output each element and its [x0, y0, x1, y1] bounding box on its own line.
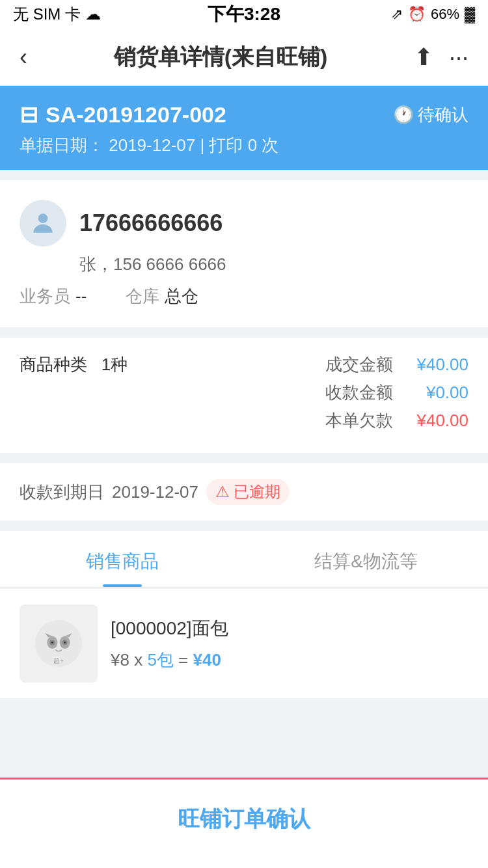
collected-amount-value: ¥0.00	[403, 383, 468, 403]
due-amount-label: 本单欠款	[325, 409, 393, 432]
location-icon: ⇗	[391, 6, 403, 23]
svg-point-0	[38, 213, 48, 223]
salesperson-label: 业务员	[20, 285, 70, 308]
due-date-section: 收款到期日 2019-12-07 ⚠ 已逾期	[0, 463, 488, 521]
order-date: 单据日期： 2019-12-07 | 打印 0 次	[20, 134, 468, 157]
print-info: | 打印 0 次	[200, 135, 278, 155]
salesperson-value: --	[75, 286, 87, 306]
due-amount-row: 本单欠款 ¥40.00	[325, 409, 468, 432]
overdue-badge: ⚠ 已逾期	[206, 479, 290, 505]
nav-bar: ‹ 销货单详情(来自旺铺) ⬆ ···	[0, 29, 488, 86]
collected-amount-label: 收款金额	[325, 381, 393, 404]
share-button[interactable]: ⬆	[414, 44, 433, 71]
order-icon: ⊟	[20, 102, 38, 128]
tab-settlement[interactable]: 结算&物流等	[244, 531, 488, 587]
tab-settlement-label: 结算&物流等	[314, 551, 418, 571]
product-image-icon: 超+	[33, 617, 85, 670]
transaction-amount-label: 成交金额	[325, 353, 393, 376]
due-date-value: 2019-12-07	[112, 482, 198, 502]
due-amount-value: ¥40.00	[403, 411, 468, 431]
nav-right-actions: ⬆ ···	[414, 44, 468, 71]
status-bar: 无 SIM 卡 ☁ 下午3:28 ⇗ ⏰ 66% ▓	[0, 0, 488, 29]
customer-row: 17666666666	[20, 200, 468, 247]
overdue-text: 已逾期	[234, 481, 280, 502]
salesperson-item: 业务员 --	[20, 285, 87, 308]
transaction-amount-value: ¥40.00	[403, 355, 468, 375]
amount-list: 成交金额 ¥40.00 收款金额 ¥0.00 本单欠款 ¥40.00	[325, 353, 468, 437]
tabs-bar: 销售商品 结算&物流等	[0, 531, 488, 588]
product-info: [0000002]面包 ¥8 x 5包 = ¥40	[111, 616, 468, 671]
order-status: 🕐 待确认	[393, 103, 468, 126]
order-id-text: SA-20191207-002	[46, 102, 226, 128]
tab-sales-goods[interactable]: 销售商品	[0, 531, 244, 587]
order-status-text: 待确认	[418, 103, 468, 126]
transaction-amount-row: 成交金额 ¥40.00	[325, 353, 468, 376]
customer-meta: 业务员 -- 仓库 总仓	[20, 285, 468, 308]
product-name: [0000002]面包	[111, 616, 468, 641]
confirm-order-button[interactable]: 旺铺订单确认	[20, 790, 468, 848]
order-id: ⊟ SA-20191207-002	[20, 102, 226, 128]
battery-icon: ▓	[465, 6, 475, 23]
due-date-label: 收款到期日	[20, 481, 104, 504]
warehouse-value: 总仓	[165, 285, 198, 308]
status-bar-right: ⇗ ⏰ 66% ▓	[391, 6, 475, 23]
bottom-bar: 旺铺订单确认	[0, 778, 488, 868]
svg-point-7	[64, 642, 66, 644]
status-bar-left: 无 SIM 卡 ☁	[13, 4, 101, 25]
back-button[interactable]: ‹	[20, 44, 27, 71]
date-label: 单据日期：	[20, 135, 104, 155]
customer-name: 张，156 6666 6666	[20, 253, 468, 276]
equals-sign: =	[174, 650, 193, 670]
order-header: ⊟ SA-20191207-002 🕐 待确认 单据日期： 2019-12-07…	[0, 86, 488, 170]
goods-type-label: 商品种类	[20, 355, 87, 374]
user-icon	[29, 209, 57, 237]
sim-label: 无 SIM 卡 ☁	[13, 4, 101, 25]
tab-sales-goods-label: 销售商品	[86, 551, 159, 571]
svg-point-6	[51, 642, 53, 644]
status-bar-time: 下午3:28	[208, 2, 280, 27]
collected-amount-row: 收款金额 ¥0.00	[325, 381, 468, 404]
avatar	[20, 200, 66, 247]
product-total: ¥40	[193, 650, 221, 670]
clock-icon: 🕐	[393, 105, 414, 125]
battery-label: 66%	[431, 6, 459, 23]
warehouse-label: 仓库	[126, 285, 159, 308]
goods-type-value: 1种	[102, 355, 128, 374]
more-button[interactable]: ···	[449, 44, 468, 71]
product-price: ¥8 x 5包 = ¥40	[111, 649, 468, 671]
date-value: 2019-12-07	[109, 135, 195, 155]
amount-section: 商品种类 1种 成交金额 ¥40.00 收款金额 ¥0.00 本单欠款 ¥40.…	[0, 338, 488, 453]
customer-phone: 17666666666	[79, 210, 223, 237]
customer-section: 17666666666 张，156 6666 6666 业务员 -- 仓库 总仓	[0, 180, 488, 327]
warehouse-item: 仓库 总仓	[126, 285, 198, 308]
product-thumbnail: 超+	[20, 604, 98, 683]
order-id-row: ⊟ SA-20191207-002 🕐 待确认	[20, 102, 468, 128]
product-qty: 5包	[147, 650, 173, 670]
price-text: ¥8 x	[111, 650, 147, 670]
page-title: 销货单详情(来自旺铺)	[114, 42, 328, 72]
goods-type: 商品种类 1种	[20, 353, 128, 376]
svg-text:超+: 超+	[53, 657, 64, 664]
warning-icon: ⚠	[215, 483, 230, 501]
alarm-icon: ⏰	[408, 6, 426, 23]
product-item: 超+ [0000002]面包 ¥8 x 5包 = ¥40	[0, 589, 488, 698]
